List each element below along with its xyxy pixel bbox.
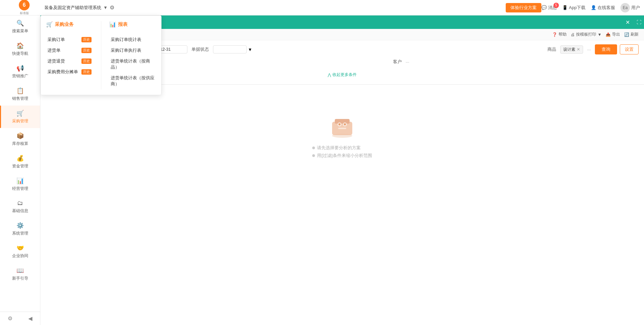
sidebar-item-newbie[interactable]: 📖 新手引导: [0, 263, 40, 285]
sidebar-item-quick-label: 快捷导航: [12, 51, 28, 56]
dropdown-item-purchase-order-stats[interactable]: 采购订单统计表: [109, 34, 156, 45]
inbound-stats-goods-label: 进货单统计表（按商品）: [111, 58, 155, 70]
dot-2: [312, 154, 315, 157]
dropdown-cols: 🛒 采购业务 采购订单 历史 进货单 历史 进货退货 历史 采购费用分摊单 历史: [46, 21, 156, 89]
sidebar-item-system-label: 系统管理: [12, 231, 28, 236]
sidebar-item-sales-label: 销售管理: [12, 96, 28, 101]
dropdown-item-inbound-stats-supplier[interactable]: 进货单统计表（按供应商）: [109, 73, 156, 89]
export-label: 导出: [612, 32, 620, 37]
empty-text: 请先选择要分析的方案 用[过滤]条件来缩小分析范围: [312, 144, 372, 160]
empty-hint-2: 用[过滤]条件来缩小分析范围: [312, 152, 372, 159]
purchase-order-exec-label: 采购订单执行表: [111, 47, 141, 53]
status-label: 单据状态: [191, 46, 209, 52]
customer-more[interactable]: ···: [406, 59, 409, 65]
status-dropdown-icon: ▼: [248, 47, 252, 52]
sidebar-item-finance[interactable]: 💰 资金管理: [0, 151, 40, 173]
logo-icon: 6: [19, 0, 30, 10]
system-icon: ⚙️: [16, 222, 24, 229]
purchase-icon: 🛒: [16, 110, 24, 117]
sidebar-item-quick[interactable]: 🏠 快捷导航: [0, 38, 40, 60]
sidebar-collapse-btn[interactable]: ◀: [28, 315, 32, 322]
goods-more[interactable]: ···: [587, 47, 591, 52]
dropdown-item-purchase-order-exec[interactable]: 采购订单执行表: [109, 45, 156, 56]
system-dropdown-icon[interactable]: ▼: [103, 5, 108, 10]
empty-hint-2-text: 用[过滤]条件来缩小分析范围: [317, 152, 372, 159]
print-icon: 🖨: [571, 32, 575, 37]
topbar: 6 标准版 装备及固定资产辅助管理系统 ▼ ⚙ 体验行业方案 💬 消息 5 📱 …: [0, 0, 644, 15]
avatar: Ea: [620, 3, 630, 12]
sidebar-item-inventory-label: 库存核算: [12, 141, 28, 147]
marketing-icon: 📢: [16, 65, 24, 72]
svg-rect-2: [335, 119, 350, 124]
export-icon: 📤: [606, 32, 611, 37]
finance-icon: 💰: [16, 155, 24, 162]
dropdown-item-purchase-order[interactable]: 采购订单 历史: [46, 34, 93, 45]
operations-icon: 📊: [16, 177, 24, 185]
dropdown-col-reports: 📊 报表 采购订单统计表 采购订单执行表 进货单统计表（按商品） 进货单统计表（…: [109, 21, 156, 89]
empty-icon: [325, 112, 359, 138]
tab-expand-icon[interactable]: ⛶: [634, 19, 644, 25]
home-icon: 🏠: [16, 42, 24, 49]
settings-icon[interactable]: ⚙: [110, 4, 114, 11]
app-download-button[interactable]: 📱 App下载: [562, 5, 585, 11]
filter-actions: 查询 设置: [595, 44, 639, 54]
message-button[interactable]: 💬 消息 5: [541, 5, 557, 11]
sidebar-item-system[interactable]: ⚙️ 系统管理: [0, 218, 40, 240]
industry-button[interactable]: 体验行业方案: [506, 3, 541, 12]
svg-point-6: [344, 123, 346, 125]
dropdown-item-inbound-return[interactable]: 进货退货 历史: [46, 56, 93, 67]
sidebar-bottom: ⚙ ◀: [0, 312, 40, 325]
help-button[interactable]: ❓ 帮助: [552, 32, 567, 37]
online-service-label: 在线客服: [598, 5, 615, 11]
message-badge: 5: [553, 3, 559, 8]
svg-rect-7: [338, 128, 346, 129]
sidebar-item-basic-label: 基础信息: [12, 208, 28, 214]
sidebar-item-newbie-label: 新手引导: [12, 276, 28, 281]
tab-close-all-icon[interactable]: ✕: [621, 19, 634, 26]
query-button[interactable]: 查询: [595, 44, 617, 54]
sidebar-item-inventory[interactable]: 📦 库存核算: [0, 128, 40, 151]
inbound-return-label: 进货退货: [47, 58, 65, 64]
print-dropdown-icon: ▼: [598, 32, 602, 37]
sidebar-item-sales[interactable]: 📋 销售管理: [0, 83, 40, 106]
refresh-button[interactable]: 🔄 刷新: [624, 32, 639, 37]
sidebar-item-basic[interactable]: 🗂 基础信息: [0, 196, 40, 218]
filter-settings-button[interactable]: 设置: [620, 44, 639, 54]
collapse-label: 收起更多条件: [332, 72, 357, 78]
system-name: 装备及固定资产辅助管理系统: [44, 5, 101, 11]
purchase-order-label: 采购订单: [47, 37, 65, 43]
newbie-icon: 📖: [16, 267, 24, 274]
dropdown-item-inbound-stats-goods[interactable]: 进货单统计表（按商品）: [109, 56, 156, 73]
sidebar-item-marketing[interactable]: 📢 营销推广: [0, 60, 40, 83]
dropdown-item-inbound[interactable]: 进货单 历史: [46, 45, 93, 56]
sidebar-item-purchase[interactable]: 🛒 采购管理: [0, 106, 40, 128]
empty-hint-1-text: 请先选择要分析的方案: [317, 144, 361, 152]
collapse-up-icon: ⋀: [328, 73, 331, 77]
sidebar-item-corp[interactable]: 🤝 企业协同: [0, 240, 40, 263]
help-icon: ❓: [552, 32, 557, 37]
phone-icon: 📱: [562, 5, 568, 10]
inbound-label: 进货单: [47, 47, 61, 53]
dropdown-col-purchase: 🛒 采购业务 采购订单 历史 进货单 历史 进货退货 历史 采购费用分摊单 历史: [46, 21, 93, 89]
refresh-label: 刷新: [631, 32, 639, 37]
sidebar-item-operations[interactable]: 📊 经营管理: [0, 173, 40, 196]
sidebar-settings-btn[interactable]: ⚙: [8, 315, 12, 322]
export-button[interactable]: 📤 导出: [606, 32, 620, 37]
purchase-expense-label: 采购费用分摊单: [47, 69, 78, 75]
dropdown-col-reports-label: 报表: [118, 22, 128, 28]
online-service-button[interactable]: 👤 在线客服: [591, 5, 615, 11]
sidebar-item-corp-label: 企业协同: [12, 253, 28, 259]
sidebar: 🔍 搜索菜单 🏠 快捷导航 📢 营销推广 📋 销售管理 🛒 采购管理 📦 库存核…: [0, 15, 40, 325]
goods-tag-remove[interactable]: ✕: [577, 47, 580, 52]
print-button[interactable]: 🖨 按模板打印 ▼: [571, 32, 602, 37]
sidebar-item-operations-label: 经营管理: [12, 186, 28, 192]
sidebar-item-search[interactable]: 🔍 搜索菜单: [0, 15, 40, 38]
dropdown-item-purchase-expense[interactable]: 采购费用分摊单 历史: [46, 67, 93, 77]
empty-hint-1: 请先选择要分析的方案: [312, 144, 372, 152]
status-select[interactable]: [213, 45, 247, 53]
logo: 6 标准版: [4, 0, 44, 15]
purchase-dropdown-menu: 🛒 采购业务 采购订单 历史 进货单 历史 进货退货 历史 采购费用分摊单 历史: [40, 15, 162, 95]
purchase-col-icon: 🛒: [46, 21, 53, 28]
inbound-history: 历史: [81, 48, 92, 53]
user-menu[interactable]: Ea 用户: [620, 3, 640, 12]
